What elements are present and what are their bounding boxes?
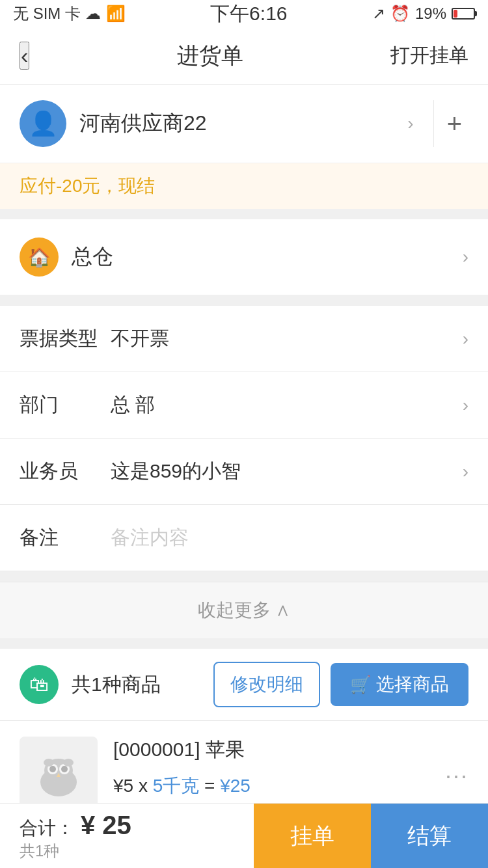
- supplier-info-banner: 应付-20元，现结: [0, 163, 488, 209]
- ticket-type-row[interactable]: 票据类型 不开票 ›: [0, 306, 488, 372]
- total-label: 合计：: [20, 816, 74, 841]
- product-equals: =: [204, 776, 220, 796]
- form-section: 票据类型 不开票 › 部门 总 部 › 业务员 这是859的小智 › 备注 备注…: [0, 306, 488, 571]
- supplier-row[interactable]: 👤 河南供应商22 › +: [0, 85, 488, 163]
- warehouse-label: 总仓: [72, 243, 463, 271]
- product-header: 🛍 共1种商品 修改明细 🛒 选择商品: [0, 649, 488, 721]
- status-time: 下午6:16: [210, 1, 287, 27]
- add-supplier-button[interactable]: +: [441, 109, 468, 139]
- owl-icon: [33, 750, 85, 802]
- ticket-type-label: 票据类型: [20, 325, 111, 352]
- warehouse-row[interactable]: 🏠 总仓 ›: [0, 219, 488, 295]
- warehouse-chevron-icon: ›: [463, 247, 468, 267]
- ticket-type-value: 不开票: [111, 325, 463, 352]
- remark-input[interactable]: 备注内容: [111, 524, 468, 551]
- wifi-icon: 📶: [106, 5, 126, 23]
- warehouse-section: 🏠 总仓 ›: [0, 219, 488, 295]
- total-line: 合计： ¥ 25: [20, 811, 254, 841]
- product-name: [0000001] 苹果: [113, 737, 445, 763]
- alarm-icon: ⏰: [390, 5, 410, 23]
- edit-detail-button[interactable]: 修改明细: [213, 662, 320, 707]
- product-multiply: x: [139, 776, 153, 796]
- location-icon: ↗: [372, 5, 385, 23]
- person-icon: 👤: [29, 110, 58, 137]
- svg-point-4: [49, 766, 56, 772]
- supplier-name: 河南供应商22: [79, 109, 407, 138]
- product-count-icon: 🛍: [20, 665, 59, 704]
- supplier-avatar: 👤: [20, 100, 66, 147]
- bottom-bar: 合计： ¥ 25 共1种 挂单 结算: [0, 803, 488, 868]
- ticket-type-chevron-icon: ›: [463, 329, 468, 349]
- nav-bar: ‹ 进货单 打开挂单: [0, 27, 488, 85]
- cart-icon: 🛒: [350, 675, 371, 695]
- total-amount: ¥ 25: [81, 811, 131, 840]
- product-unit-price: ¥5: [113, 776, 133, 796]
- supplier-section: 👤 河南供应商22 › + 应付-20元，现结: [0, 85, 488, 209]
- select-product-button[interactable]: 🛒 选择商品: [331, 663, 468, 706]
- svg-point-8: [63, 759, 74, 766]
- remark-row[interactable]: 备注 备注内容: [0, 505, 488, 571]
- salesperson-chevron-icon: ›: [463, 461, 468, 482]
- page-title: 进货单: [177, 41, 243, 71]
- divider: [433, 100, 434, 147]
- battery-percent: 19%: [415, 5, 446, 23]
- checkout-button[interactable]: 结算: [371, 804, 488, 868]
- department-chevron-icon: ›: [463, 395, 468, 416]
- product-title: 苹果: [206, 739, 245, 760]
- select-product-label: 选择商品: [376, 672, 449, 697]
- svg-point-5: [61, 766, 68, 772]
- department-row[interactable]: 部门 总 部 ›: [0, 372, 488, 439]
- back-button[interactable]: ‹: [20, 42, 29, 70]
- status-right: ↗ ⏰ 19%: [372, 5, 475, 23]
- salesperson-value: 这是859的小智: [111, 458, 463, 485]
- product-qty: 5千克: [153, 776, 200, 796]
- battery-icon: [452, 8, 475, 20]
- supplier-chevron-icon: ›: [407, 113, 413, 134]
- product-code: [0000001]: [113, 739, 200, 760]
- total-section: 合计： ¥ 25 共1种: [0, 804, 254, 868]
- svg-point-7: [44, 759, 54, 766]
- open-hang-button[interactable]: 打开挂单: [390, 42, 468, 69]
- product-total: ¥25: [220, 776, 251, 796]
- product-more-button[interactable]: ···: [445, 762, 468, 789]
- department-value: 总 部: [111, 392, 463, 418]
- department-label: 部门: [20, 392, 111, 418]
- home-icon: 🏠: [28, 247, 51, 268]
- hang-button[interactable]: 挂单: [254, 804, 371, 868]
- total-sub: 共1种: [20, 841, 254, 861]
- salesperson-label: 业务员: [20, 458, 111, 485]
- warehouse-icon: 🏠: [20, 237, 59, 277]
- salesperson-row[interactable]: 业务员 这是859的小智 ›: [0, 439, 488, 505]
- collapse-row[interactable]: 收起更多 ∧: [0, 582, 488, 638]
- status-left: 无 SIM 卡 ☁ 📶: [13, 3, 126, 24]
- sim-status: 无 SIM 卡 ☁: [13, 3, 101, 24]
- bag-icon: 🛍: [29, 673, 49, 696]
- main-content: 👤 河南供应商22 › + 应付-20元，现结 🏠 总仓 › 票据类型 不开票 …: [0, 85, 488, 868]
- status-bar: 无 SIM 卡 ☁ 📶 下午6:16 ↗ ⏰ 19%: [0, 0, 488, 27]
- product-price: ¥5 x 5千克 = ¥25: [113, 774, 445, 798]
- remark-label: 备注: [20, 524, 111, 551]
- product-count: 共1种商品: [72, 671, 213, 698]
- product-info: [0000001] 苹果 ¥5 x 5千克 = ¥25: [113, 737, 445, 798]
